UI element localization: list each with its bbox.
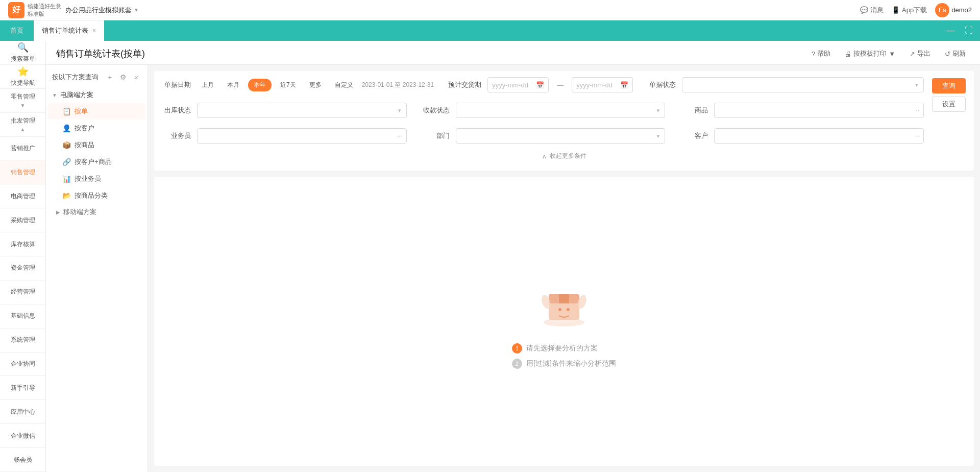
scheme-item-by-customer-goods[interactable]: 🔗 按客户+商品	[48, 154, 145, 170]
sidebar-item-operations[interactable]: 经营管理	[0, 280, 45, 304]
message-icon: 💬	[860, 6, 868, 14]
collapse-panel-button[interactable]: «	[131, 72, 141, 82]
add-scheme-button[interactable]: +	[105, 72, 115, 82]
svg-point-4	[558, 308, 561, 311]
filter-area: 单据日期 上月 本月 本年 近7天 更多 自定义 2023-01-01 至 20…	[154, 71, 974, 171]
scheme-item-by-salesperson[interactable]: 📊 按业务员	[48, 171, 145, 187]
collapse-icon: ∧	[542, 153, 547, 160]
date-btn-this-month[interactable]: 本月	[223, 78, 244, 92]
help-button[interactable]: ? 帮助	[807, 47, 835, 60]
sidebar-item-finance[interactable]: 资金管理	[0, 256, 45, 280]
template-print-button[interactable]: 🖨 按模板打印 ▼	[841, 47, 899, 60]
empty-step-1: 1 请先选择要分析的方案	[512, 343, 616, 353]
step-1-number: 1	[512, 343, 522, 353]
print-icon: 🖨	[845, 50, 851, 58]
goods-input-field[interactable]	[719, 107, 914, 114]
sidebar-item-quick-nav[interactable]: ⭐ 快捷导航	[0, 65, 45, 89]
sidebar-item-app-center[interactable]: 应用中心	[0, 400, 45, 424]
search-button[interactable]: 查询	[932, 78, 966, 93]
sidebar-item-wholesale[interactable]: 批发管理 ▲	[0, 113, 45, 137]
topbar-right: 💬 消息 📱 App下载 Ea demo2	[860, 3, 972, 17]
bill-status-select[interactable]: ▼	[682, 77, 924, 92]
sidebar-item-enterprise-wechat[interactable]: 企业微信	[0, 424, 45, 448]
svg-point-5	[567, 308, 570, 311]
goods-more-icon[interactable]: ···	[914, 107, 919, 114]
delivery-status-select[interactable]: ▼	[197, 103, 407, 118]
delivery-date-from[interactable]: yyyy-mm-dd 📅	[487, 77, 549, 92]
scheme-item-by-goods[interactable]: 📦 按商品	[48, 137, 145, 153]
inner-layout: 按以下方案查询 + ⚙ « ▼ 电脑端方案 📋 按单	[46, 65, 980, 472]
step-2-number: 2	[512, 359, 522, 369]
sidebar-item-vip[interactable]: 畅会员	[0, 448, 45, 472]
sidebar-item-marketing[interactable]: 营销推广	[0, 137, 45, 161]
scheme-item-by-category[interactable]: 📂 按商品分类	[48, 187, 145, 204]
department-select[interactable]: ▼	[456, 128, 666, 144]
user-menu[interactable]: Ea demo2	[935, 3, 972, 17]
sidebar: 🔍 搜索菜单 ⭐ 快捷导航 零售管理 ▼ 批发管理 ▲ 营销推广 销售管理 电商…	[0, 41, 46, 472]
payment-dropdown-icon: ▼	[655, 108, 660, 113]
topbar-left: 好 畅捷通好生意 标准版 办公用品行业模拟账套 ▼	[8, 2, 139, 18]
sidebar-item-enterprise-collab[interactable]: 企业协同	[0, 352, 45, 376]
empty-step-2: 2 用[过滤]条件来缩小分析范围	[512, 359, 616, 369]
topbar-title[interactable]: 办公用品行业模拟账套 ▼	[65, 6, 139, 15]
goods-input[interactable]: ···	[714, 103, 924, 118]
customer-more-icon[interactable]: ···	[914, 132, 919, 139]
empty-svg	[533, 274, 595, 335]
calendar-icon: 📅	[536, 81, 544, 89]
tab-close-button[interactable]: ×	[92, 27, 96, 34]
scheme-settings-button[interactable]: ⚙	[118, 72, 128, 82]
tab-sales-order-stats[interactable]: 销售订单统计表 ×	[34, 20, 104, 41]
date-btn-this-year[interactable]: 本年	[248, 79, 272, 91]
date-btn-more[interactable]: 更多	[305, 78, 326, 92]
empty-steps: 1 请先选择要分析的方案 2 用[过滤]条件来缩小分析范围	[512, 343, 616, 369]
svg-rect-3	[559, 294, 569, 303]
dropdown-arrow-icon: ▼	[134, 7, 139, 13]
chevron-down-icon: ▼	[20, 103, 26, 108]
export-button[interactable]: ↗ 导出	[905, 47, 935, 60]
salesperson-input-field[interactable]	[202, 132, 397, 140]
scheme-item-by-order[interactable]: 📋 按单	[48, 103, 145, 120]
date-btn-last7[interactable]: 近7天	[276, 78, 301, 92]
date-btn-last-month[interactable]: 上月	[197, 78, 218, 92]
mobile-scheme-group-header[interactable]: ▶ 移动端方案	[46, 204, 148, 220]
sidebar-item-ecommerce[interactable]: 电商管理	[0, 184, 45, 208]
quick-nav-icon: ⭐	[17, 66, 29, 77]
date-btn-custom[interactable]: 自定义	[330, 78, 358, 92]
message-button[interactable]: 💬 消息	[860, 6, 884, 15]
sidebar-item-search[interactable]: 🔍 搜索菜单	[0, 41, 45, 65]
scheme-item-by-customer[interactable]: 👤 按客户	[48, 120, 145, 136]
app-download-button[interactable]: 📱 App下载	[892, 6, 927, 15]
filter-row-others: 业务员 ··· 部门 ▼ 客户	[162, 128, 924, 144]
page-header: 销售订单统计表(按单) ? 帮助 🖨 按模板打印 ▼ ↗ 导出 ↺ 刷新	[46, 41, 980, 65]
chart-icon: 📊	[62, 175, 70, 183]
delivery-date-to[interactable]: yyyy-mm-dd 📅	[572, 77, 633, 92]
payment-status-select[interactable]: ▼	[456, 103, 666, 118]
collapse-filters-button[interactable]: ∧ 收起更多条件	[162, 148, 966, 164]
sidebar-item-purchase[interactable]: 采购管理	[0, 208, 45, 232]
pc-scheme-group-header[interactable]: ▼ 电脑端方案	[46, 87, 148, 103]
empty-illustration	[533, 274, 595, 335]
minimize-button[interactable]: —	[943, 23, 958, 38]
sidebar-item-inventory[interactable]: 库存核算	[0, 232, 45, 256]
refresh-icon: ↺	[945, 50, 950, 58]
customer-input[interactable]: ···	[714, 128, 924, 144]
sidebar-item-retail[interactable]: 零售管理 ▼	[0, 89, 45, 113]
sidebar-item-new-guide[interactable]: 新手引导	[0, 376, 45, 400]
link-icon: 🔗	[62, 158, 70, 166]
content-area: 销售订单统计表(按单) ? 帮助 🖨 按模板打印 ▼ ↗ 导出 ↺ 刷新	[46, 41, 980, 472]
sidebar-item-basic-info[interactable]: 基础信息	[0, 304, 45, 328]
customer-input-field[interactable]	[719, 132, 914, 140]
refresh-button[interactable]: ↺ 刷新	[941, 47, 970, 60]
topbar: 好 畅捷通好生意 标准版 办公用品行业模拟账套 ▼ 💬 消息 📱 App下载 E…	[0, 0, 980, 20]
tab-home[interactable]: 首页	[0, 20, 34, 41]
print-dropdown-icon: ▼	[889, 50, 895, 58]
customer-icon: 👤	[62, 124, 70, 132]
sidebar-item-sales[interactable]: 销售管理	[0, 160, 45, 184]
main-layout: 🔍 搜索菜单 ⭐ 快捷导航 零售管理 ▼ 批发管理 ▲ 营销推广 销售管理 电商…	[0, 41, 980, 472]
tabbar: 首页 销售订单统计表 × — ⛶	[0, 20, 980, 41]
maximize-button[interactable]: ⛶	[962, 23, 976, 38]
salesperson-more-icon[interactable]: ···	[397, 132, 402, 139]
sidebar-item-system[interactable]: 系统管理	[0, 328, 45, 352]
column-settings-button[interactable]: 设置	[932, 97, 966, 112]
salesperson-input[interactable]: ···	[197, 128, 407, 144]
